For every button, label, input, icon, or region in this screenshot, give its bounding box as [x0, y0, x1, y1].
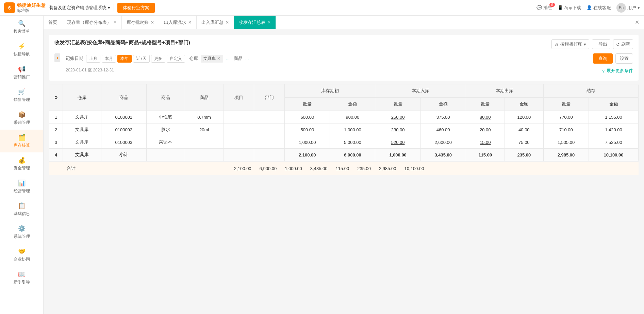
- cell-product-name: 采访本: [146, 136, 185, 149]
- table-row: 1 文具库 0100001 中性笔 0.7mm 600.00 900.00 25…: [49, 111, 639, 123]
- sidebar-item-operations[interactable]: 📊 经营管理: [0, 175, 43, 198]
- th-warehouse: 仓库: [63, 84, 101, 111]
- subtotal-in-qty: 1,000.00: [375, 149, 420, 161]
- filter-collapse-btn[interactable]: ›: [54, 53, 60, 62]
- system-name-dropdown[interactable]: 装备及固定资产辅助管理系统 ▾: [49, 5, 110, 11]
- th-settings[interactable]: ⚙: [49, 84, 63, 111]
- cell-out-amt: 120.00: [505, 111, 543, 123]
- sidebar-item-sales[interactable]: 🛒 销售管理: [0, 84, 43, 107]
- date-btn-this-year[interactable]: 本年: [117, 55, 132, 63]
- cell-no: 1: [49, 111, 63, 123]
- warehouse-tag-remove[interactable]: ✕: [217, 56, 220, 61]
- export-button[interactable]: ↑ 导出: [592, 39, 611, 49]
- date-btn-custom[interactable]: 自定义: [167, 55, 185, 63]
- tab-close-inventory-dist[interactable]: ✕: [113, 20, 117, 25]
- sidebar-item-quick-nav[interactable]: ⚡ 快捷导航: [0, 38, 43, 61]
- cell-product-code: 0100003: [101, 136, 146, 149]
- th-opening-amt: 金额: [330, 98, 375, 111]
- total-opening-amt: 6,900.00: [255, 166, 281, 171]
- logo-text: 畅捷通好生意 标准版: [17, 2, 46, 14]
- th-opening: 库存期初: [285, 84, 375, 98]
- money-icon: 💰: [18, 156, 26, 164]
- date-btn-more[interactable]: 更多: [151, 55, 165, 63]
- date-btn-last-month[interactable]: 上月: [86, 55, 100, 63]
- query-button[interactable]: 查询: [593, 53, 613, 64]
- total-opening-qty: 2,100.00: [230, 166, 255, 171]
- sidebar-item-search[interactable]: 🔍 搜索菜单: [0, 16, 43, 38]
- list-icon: 📋: [18, 202, 26, 210]
- cell-product-code: 0100002: [101, 123, 146, 136]
- product-more[interactable]: ...: [245, 56, 249, 61]
- th-in-qty: 数量: [375, 98, 420, 111]
- cell-spec: 20ml: [185, 123, 224, 136]
- cell-out-amt: 75.00: [505, 136, 543, 149]
- cell-out-amt: 40.00: [505, 123, 543, 136]
- tab-inout-summary[interactable]: 出入库汇总 ✕: [197, 16, 234, 29]
- gear-icon: ⚙️: [18, 225, 26, 232]
- print-icon: 🖨: [555, 42, 559, 47]
- cell-warehouse: 文具库: [63, 136, 101, 149]
- subtotal-label: 小计: [101, 149, 146, 161]
- th-product-code: 商品: [101, 84, 146, 111]
- tab-batch[interactable]: 库存批次账 ✕: [122, 16, 159, 29]
- sidebar-item-finance[interactable]: 💰 资金管理: [0, 152, 43, 175]
- warehouse-more[interactable]: ...: [226, 56, 230, 61]
- cell-opening-qty: 500.00: [285, 123, 330, 136]
- message-button[interactable]: 💬 消息 6: [536, 5, 552, 11]
- sidebar-item-marketing[interactable]: 📢 营销推广: [0, 61, 43, 84]
- subtotal-in-amt: 3,435.00: [420, 149, 466, 161]
- sidebar-item-purchase[interactable]: 📦 采购管理: [0, 107, 43, 130]
- expand-icon: ∨: [602, 68, 605, 73]
- settings-button[interactable]: 设置: [615, 53, 633, 64]
- online-service-button[interactable]: 👤 在线客服: [587, 5, 611, 11]
- sidebar-item-inventory[interactable]: 🗂️ 库存核算: [0, 130, 43, 152]
- th-out: 本期出库: [466, 84, 543, 98]
- print-button[interactable]: 🖨 按模板打印 ▾: [551, 39, 589, 49]
- sidebar: 🔍 搜索菜单 ⚡ 快捷导航 📢 营销推广 🛒 销售管理 📦 采购管理 🗂️: [0, 16, 44, 314]
- sidebar-item-enterprise[interactable]: 🤝 企业协同: [0, 244, 43, 266]
- tab-close-batch[interactable]: ✕: [151, 20, 154, 25]
- tab-receipt-summary[interactable]: 收发存汇总表 ✕: [234, 16, 276, 29]
- tab-close-inout-summary[interactable]: ✕: [226, 20, 229, 25]
- cell-opening-qty: 600.00: [285, 111, 330, 123]
- tab-inout-flow[interactable]: 出入库流水 ✕: [159, 16, 197, 29]
- megaphone-icon: 📢: [18, 65, 26, 73]
- th-in: 本期入库: [375, 84, 466, 98]
- total-out-amt: 235.00: [353, 166, 375, 171]
- total-in-qty: 1,000.00: [281, 166, 306, 171]
- experience-button[interactable]: 体验行业方案: [117, 3, 155, 13]
- refresh-button[interactable]: ↺ 刷新: [613, 39, 633, 49]
- tab-bar-close[interactable]: ✕: [630, 19, 644, 26]
- tab-inventory-dist[interactable]: 现存量（库存分布表） ✕: [62, 16, 122, 29]
- cell-spec: [185, 136, 224, 149]
- cell-opening-amt: 5,000.00: [330, 136, 375, 149]
- sidebar-item-basic-info[interactable]: 📋 基础信息: [0, 198, 43, 221]
- cell-closing-qty: 1,505.00: [543, 136, 589, 149]
- cell-out-qty: 15.00: [466, 136, 505, 149]
- phone-icon: 📱: [558, 5, 563, 10]
- sidebar-item-system[interactable]: ⚙️ 系统管理: [0, 221, 43, 244]
- th-opening-qty: 数量: [285, 98, 330, 111]
- app-download-button[interactable]: 📱 App下载: [558, 5, 581, 11]
- user-menu[interactable]: Ea 用户 ▾: [616, 3, 640, 13]
- warehouse-filter-tag: 文具库 ✕: [201, 55, 223, 63]
- date-btn-7days[interactable]: 近7天: [133, 55, 150, 63]
- sidebar-item-guide[interactable]: 📖 新手引导: [0, 266, 43, 289]
- cell-in-amt: 375.00: [420, 111, 466, 123]
- cell-closing-amt: 1,420.00: [589, 123, 639, 136]
- table-settings-icon: ⚙: [54, 95, 58, 100]
- table-row: 2 文具库 0100002 胶水 20ml 500.00 1,000.00 23…: [49, 123, 639, 136]
- tab-close-inout-flow[interactable]: ✕: [188, 20, 192, 25]
- cell-warehouse: 文具库: [63, 111, 101, 123]
- cell-project: [224, 123, 254, 136]
- tab-bar: 首页 现存量（库存分布表） ✕ 库存批次账 ✕ 出入库流水 ✕ 出入库汇总 ✕: [44, 16, 644, 29]
- expand-filter-btn[interactable]: ∨ 展开更多条件: [602, 68, 633, 74]
- header-actions: 🖨 按模板打印 ▾ ↑ 导出 ↺ 刷新: [551, 39, 633, 49]
- cell-no: 3: [49, 136, 63, 149]
- cell-spec: 0.7mm: [185, 111, 224, 123]
- tab-home[interactable]: 首页: [44, 16, 62, 29]
- tab-close-receipt-summary[interactable]: ✕: [267, 20, 271, 25]
- page-header: 收发存汇总表(按仓库+商品编码+商品+规格型号+项目+部门) 🖨 按模板打印 ▾…: [49, 35, 639, 81]
- date-btn-this-month[interactable]: 本月: [102, 55, 116, 63]
- table-row: 3 文具库 0100003 采访本 1,000.00 5,000.00 520.…: [49, 136, 639, 149]
